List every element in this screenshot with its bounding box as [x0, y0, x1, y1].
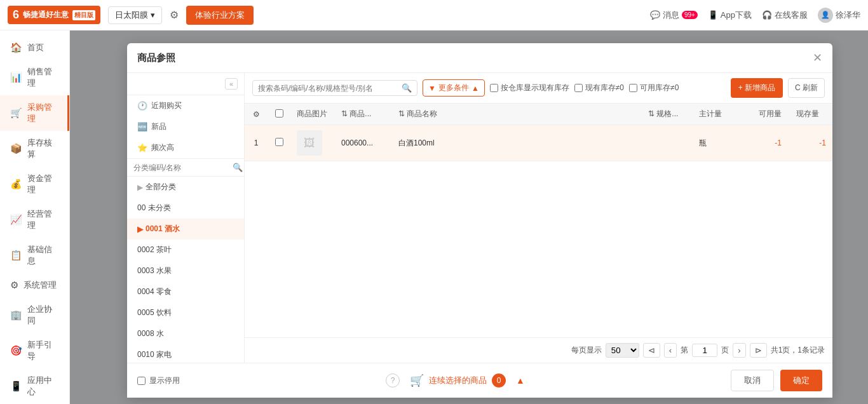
category-search-input[interactable] [133, 163, 229, 172]
modal-body: « 🕐 近期购买 🆕 新品 ⭐ [127, 73, 832, 363]
confirm-button[interactable]: 确定 [780, 370, 822, 391]
sidebar-item-apps[interactable]: 📱 应用中心 [0, 368, 69, 404]
refresh-button[interactable]: C 刷新 [788, 78, 825, 98]
quicklink-recent[interactable]: 🕐 近期购买 [127, 95, 244, 116]
sidebar-item-enterprise[interactable]: 🏢 企业协同 [0, 297, 69, 333]
quicklink-frequent[interactable]: ⭐ 频次高 [127, 137, 244, 158]
display-stopped-label[interactable]: 显示停用 [137, 375, 180, 386]
row-check[interactable] [268, 125, 290, 161]
sidebar-item-basic[interactable]: 📋 基础信息 [0, 238, 69, 273]
logo-badge: 精目版 [72, 10, 95, 20]
checkbox-warehouse[interactable]: 按仓库显示现有库存 [490, 83, 569, 93]
filter-button[interactable]: ▼ 更多条件 ▲ [423, 79, 485, 97]
app-download-item[interactable]: 📱 App下载 [708, 10, 752, 21]
select-all-checkbox[interactable] [275, 109, 283, 118]
search-input[interactable] [258, 84, 399, 93]
last-page-button[interactable]: ⊳ [750, 343, 767, 358]
checkbox-nonzero-avail-input[interactable] [629, 84, 637, 92]
logo-text: 畅捷通好生意 [23, 10, 69, 20]
sidebar: 🏠 首页 📊 销售管理 🛒 采购管理 📦 库存核算 💰 资金管理 📈 经营管理 … [0, 30, 70, 404]
gear-button[interactable]: ⚙ [170, 9, 179, 21]
sidebar-item-guide[interactable]: 🎯 新手引导 [0, 333, 69, 368]
user-item[interactable]: 👤 徐泽华 [818, 8, 860, 23]
settings-icon[interactable]: ⚙ [253, 110, 260, 119]
col-header-img: 商品图片 [290, 104, 335, 125]
message-icon: 💬 [650, 10, 660, 20]
store-dropdown[interactable]: 日太阳膜 ▾ [108, 6, 162, 24]
cat-item-0008[interactable]: 0008 水 [127, 323, 244, 344]
arrow-icon: ▶ [137, 183, 143, 192]
product-table-wrap: ⚙ 商品图片 ⇅ [245, 104, 832, 337]
cat-item-0001[interactable]: ▶ 0001 酒水 [127, 219, 244, 239]
filter-icon: ▼ [428, 84, 436, 93]
sidebar-item-home[interactable]: 🏠 首页 [0, 36, 69, 60]
quicklinks: 🕐 近期购买 🆕 新品 ⭐ 频次高 [127, 95, 244, 159]
display-stopped-checkbox[interactable] [137, 377, 146, 385]
star-icon: ⭐ [137, 143, 147, 152]
checkbox-nonzero-avail[interactable]: 可用库存≠0 [629, 83, 679, 93]
sidebar-item-label: 应用中心 [27, 375, 59, 398]
checkbox-warehouse-input[interactable] [490, 84, 498, 92]
sidebar-item-system[interactable]: ⚙ 系统管理 [0, 273, 69, 297]
service-item[interactable]: 🎧 在线客服 [762, 10, 808, 21]
top-nav: 6 畅捷通好生意 精目版 日太阳膜 ▾ ⚙ 体验行业方案 💬 消息 99+ 📱 … [0, 0, 868, 30]
table-row[interactable]: 1 🖼 [245, 125, 832, 161]
cat-item-0003[interactable]: 0003 水果 [127, 260, 244, 281]
messages-badge: 99+ [682, 11, 698, 19]
sidebar-item-label: 基础信息 [27, 244, 59, 267]
total-info: 共1页，1条记录 [771, 345, 825, 356]
col-header-stock: 现存量 [788, 104, 832, 125]
cat-item-all[interactable]: ▶ 全部分类 [127, 177, 244, 198]
row-checkbox[interactable] [275, 138, 283, 146]
trial-button[interactable]: 体验行业方案 [186, 6, 254, 25]
cat-item-0002[interactable]: 0002 茶叶 [127, 239, 244, 260]
sidebar-item-label: 资金管理 [27, 173, 59, 196]
collapse-cart-button[interactable]: ▲ [516, 375, 525, 386]
messages-item[interactable]: 💬 消息 99+ [650, 10, 698, 21]
sidebar-item-label: 库存核算 [27, 137, 59, 160]
col-header-code[interactable]: ⇅ 商品... [335, 104, 392, 125]
page-number-input[interactable] [692, 344, 717, 357]
cancel-button[interactable]: 取消 [731, 370, 774, 391]
next-page-button[interactable]: › [733, 343, 745, 358]
sidebar-item-sales[interactable]: 📊 销售管理 [0, 60, 69, 95]
col-header-unit[interactable]: 主计量 [693, 104, 737, 125]
logo: 6 畅捷通好生意 精目版 [8, 6, 100, 24]
col-header-name[interactable]: ⇅ 商品名称 [392, 104, 642, 125]
sidebar-item-operations[interactable]: 📈 经营管理 [0, 202, 69, 238]
modal-close-button[interactable]: ✕ [813, 51, 822, 65]
quicklink-new[interactable]: 🆕 新品 [127, 116, 244, 137]
pagination: 每页显示 50 100 200 ⊲ ‹ 第 页 › ⊳ 共1页，1条记 [245, 337, 832, 363]
sidebar-item-label: 首页 [27, 42, 44, 53]
sidebar-item-inventory[interactable]: 📦 库存核算 [0, 131, 69, 166]
col-header-settings: ⚙ [245, 104, 268, 125]
col-header-spec[interactable]: ⇅ 规格... [642, 104, 693, 125]
first-page-button[interactable]: ⊲ [643, 343, 660, 358]
home-icon: 🏠 [10, 42, 22, 53]
ops-icon: 📈 [10, 214, 22, 226]
add-product-button[interactable]: + 新增商品 [731, 78, 783, 98]
sidebar-item-label: 企业协同 [27, 304, 59, 327]
cat-item-0004[interactable]: 0004 零食 [127, 281, 244, 302]
collapse-button[interactable]: « [225, 78, 238, 90]
action-buttons: + 新增商品 C 刷新 [731, 78, 825, 98]
cat-item-00[interactable]: 00 未分类 [127, 198, 244, 219]
sidebar-item-purchase[interactable]: 🛒 采购管理 [0, 95, 69, 131]
right-panel: 🔍 ▼ 更多条件 ▲ 按仓库显示现有库存 [245, 73, 832, 363]
row-avail: -1 [737, 125, 788, 161]
chevron-up-icon: ▲ [471, 84, 479, 93]
cat-item-0010[interactable]: 0010 家电 [127, 344, 244, 363]
checkbox-nonzero-stock[interactable]: 现有库存≠0 [574, 83, 624, 93]
prev-page-button[interactable]: ‹ [664, 343, 677, 358]
category-top: « [127, 73, 244, 95]
sidebar-item-finance[interactable]: 💰 资金管理 [0, 166, 69, 202]
page-label: 第 [681, 345, 688, 356]
cart-area[interactable]: 🛒 连续选择的商品 0 [410, 374, 506, 387]
checkbox-nonzero-stock-input[interactable] [574, 84, 583, 92]
category-panel: « 🕐 近期购买 🆕 新品 ⭐ [127, 73, 245, 363]
per-page-select[interactable]: 50 100 200 [606, 343, 639, 358]
row-num: 1 [245, 125, 268, 161]
row-name: 白酒100ml [392, 125, 642, 161]
cat-item-0005[interactable]: 0005 饮料 [127, 302, 244, 323]
help-button[interactable]: ? [386, 374, 400, 387]
